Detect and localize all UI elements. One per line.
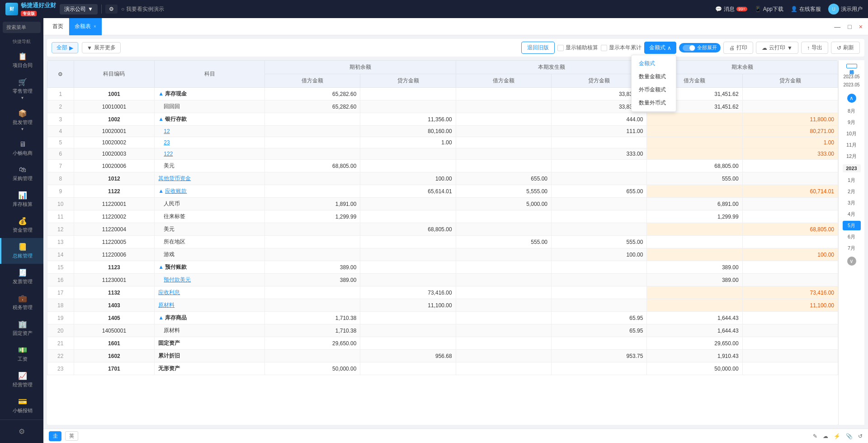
- account-name-cell: ▲银行存款: [155, 113, 265, 126]
- dropdown-item-qty-foreign[interactable]: 数量外币式: [632, 96, 676, 110]
- sidebar-item-finance[interactable]: 💰 资金管理: [0, 212, 43, 238]
- amount-cell: 11,800.00: [742, 113, 838, 126]
- account-name-cell[interactable]: 应收利息: [155, 286, 265, 299]
- amount-cell: 11,356.00: [360, 113, 456, 126]
- return-old-btn[interactable]: 退回旧版: [521, 42, 555, 54]
- month-5[interactable]: 5月: [843, 221, 861, 230]
- account-name-cell[interactable]: ▲应收账款: [155, 185, 265, 198]
- sidebar-item-project[interactable]: 📋 项目合同: [0, 48, 43, 73]
- sidebar-item-tax[interactable]: 💼 税务管理: [0, 290, 43, 315]
- sidebar-item-expense[interactable]: 💳 小畅报销: [0, 393, 43, 419]
- amount-cell: 80,271.00: [742, 126, 838, 137]
- row-number: 17: [47, 286, 74, 299]
- company-selector[interactable]: 演示公司 ▼: [60, 4, 98, 14]
- bolt-icon[interactable]: ⚡: [834, 433, 840, 439]
- month-3[interactable]: 3月: [843, 198, 861, 208]
- sidebar-item-operations[interactable]: 📈 经营管理: [0, 367, 43, 393]
- close-btn[interactable]: ×: [857, 21, 864, 32]
- amount-style-btn[interactable]: 金额式 ∧: [644, 42, 676, 54]
- sidebar-item-retail[interactable]: 🛒 零售管理 ▼: [0, 73, 43, 105]
- sidebar-item-salary[interactable]: 💵 工资: [0, 341, 43, 367]
- expand-more-btn[interactable]: ▼ 展开更多: [82, 42, 121, 53]
- month-10[interactable]: 10月: [843, 129, 861, 138]
- panel-collapse-btn[interactable]: ∨: [847, 257, 856, 266]
- account-code-cell: 11220006: [74, 248, 155, 261]
- month-8[interactable]: 8月: [843, 106, 861, 116]
- status-bar-left: 圭 英: [49, 431, 78, 441]
- amount-cell: [360, 337, 456, 350]
- sidebar-settings-btn[interactable]: ⚙: [2, 424, 42, 439]
- year-2023[interactable]: 2023: [843, 164, 861, 172]
- account-code-cell: 10020006: [74, 160, 155, 172]
- restore-btn[interactable]: □: [846, 21, 853, 32]
- month-7[interactable]: 7月: [843, 243, 861, 253]
- dropdown-item-qty-amount[interactable]: 数量金额式: [632, 70, 676, 83]
- search-menu-btn[interactable]: 搜索菜单: [3, 22, 41, 33]
- sidebar-item-inventory[interactable]: 📊 库存核算: [0, 186, 43, 212]
- account-name-cell: 无形资产: [155, 362, 265, 375]
- settings-col-header[interactable]: ⚙: [47, 61, 74, 88]
- undo-icon[interactable]: ↺: [858, 433, 863, 439]
- page-content: 全部 ▶ ▼ 展开更多 退回旧版 显示辅助核算: [43, 35, 868, 429]
- filter-all-btn[interactable]: 全部 ▶: [52, 42, 78, 53]
- cloud-sync-icon[interactable]: ☁: [823, 433, 828, 439]
- account-name-cell[interactable]: 122: [155, 148, 265, 160]
- account-name-cell[interactable]: 其他货币资金: [155, 172, 265, 185]
- app-download-btn[interactable]: 📱 App下载: [755, 5, 783, 13]
- account-code-cell: 11220001: [74, 198, 155, 210]
- sidebar-item-wholesale[interactable]: 📦 批发管理 ▼: [0, 105, 43, 136]
- month-1[interactable]: 1月: [843, 176, 861, 185]
- row-number: 18: [47, 299, 74, 312]
- expand-all-toggle[interactable]: 全部展开: [679, 43, 721, 52]
- month-6[interactable]: 6月: [843, 232, 861, 242]
- account-name-cell[interactable]: 12: [155, 126, 265, 137]
- account-name-cell[interactable]: 预付款美元: [155, 274, 265, 286]
- period-select-title[interactable]: 期间选择: [846, 64, 857, 68]
- assistant-btn[interactable]: 圭: [49, 431, 61, 441]
- sidebar-item-invoice[interactable]: 🧾 发票管理: [0, 264, 43, 290]
- sidebar-item-ledger[interactable]: 📒 总账管理: [0, 238, 43, 264]
- message-btn[interactable]: 💬 消息 99+: [715, 5, 747, 13]
- table-row: 221602累计折旧956.68953.751,910.43: [47, 350, 838, 362]
- tab-balance[interactable]: 余额表 ×: [69, 18, 102, 35]
- account-code-header: 科目编码: [74, 61, 155, 88]
- refresh-btn[interactable]: ↺ 刷新: [831, 42, 860, 54]
- tab-home[interactable]: 首页: [47, 18, 69, 35]
- amount-cell: 29,650.00: [265, 337, 360, 350]
- month-2[interactable]: 2月: [843, 187, 861, 196]
- dropdown-item-foreign-amount[interactable]: 外币金额式: [632, 83, 676, 96]
- month-12[interactable]: 12月: [843, 152, 861, 161]
- amount-cell: [456, 324, 551, 337]
- account-name-cell[interactable]: 23: [155, 137, 265, 148]
- tab-close-btn[interactable]: ×: [94, 24, 96, 29]
- edit-icon[interactable]: ✎: [813, 433, 817, 439]
- amount-cell: [552, 223, 647, 236]
- show-year-total-checkbox[interactable]: 显示本年累计: [601, 44, 642, 52]
- cloud-print-btn[interactable]: ☁ 云打印 ▼: [756, 42, 798, 54]
- demo-link[interactable]: ○ 我要看实例演示: [121, 5, 164, 13]
- show-auxiliary-checkbox[interactable]: 显示辅助核算: [557, 44, 598, 52]
- amount-cell: [456, 362, 551, 375]
- month-4[interactable]: 4月: [843, 210, 861, 219]
- checkbox-icon: [557, 45, 564, 51]
- month-9[interactable]: 9月: [843, 118, 861, 127]
- panel-expand-btn[interactable]: ∧: [847, 94, 856, 103]
- account-name-cell: 人民币: [155, 198, 265, 210]
- month-11[interactable]: 11月: [843, 140, 861, 150]
- amount-cell: [360, 160, 456, 172]
- settings-btn[interactable]: ⚙: [105, 5, 118, 14]
- attach-icon[interactable]: 📎: [846, 433, 853, 439]
- user-avatar[interactable]: U 演示用户: [828, 4, 863, 14]
- account-code-cell: 11220002: [74, 210, 155, 223]
- sidebar-item-fixed-assets[interactable]: 🏢 固定资产: [0, 315, 43, 341]
- table-container[interactable]: ⚙ 科目编码 科目 期初余额 本期发生额 期末余额 借方金额 贷方金额 借方金额: [47, 60, 838, 425]
- input-method-btn[interactable]: 英: [65, 431, 78, 441]
- minimize-btn[interactable]: —: [832, 21, 842, 32]
- sidebar-item-purchase[interactable]: 🛍 采购管理: [0, 161, 43, 186]
- online-service-btn[interactable]: 👤 在线客服: [791, 5, 821, 13]
- account-name-cell[interactable]: 原材料: [155, 299, 265, 312]
- dropdown-item-amount[interactable]: 金额式: [632, 57, 676, 70]
- print-btn[interactable]: 🖨 打印: [723, 42, 753, 54]
- sidebar-item-ecommerce[interactable]: 🖥 小畅电商: [0, 136, 43, 161]
- export-btn[interactable]: ↑ 导出: [801, 42, 828, 54]
